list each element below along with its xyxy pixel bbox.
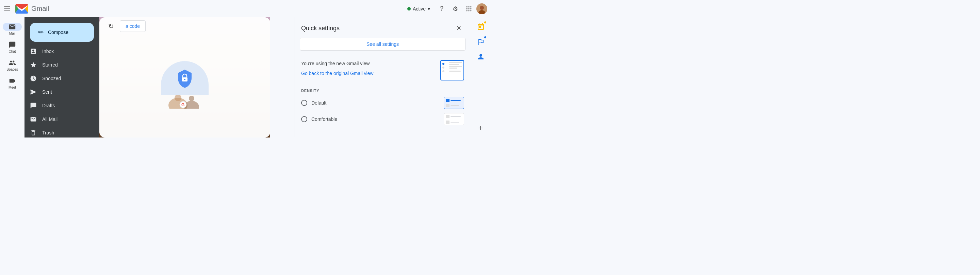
density-option-default[interactable]: Default: [301, 97, 464, 109]
sidebar-icons: Mail Chat Spaces Meet: [0, 17, 24, 138]
calendar-badge: [484, 21, 487, 24]
chat-label: Chat: [8, 49, 16, 53]
svg-point-5: [470, 8, 471, 9]
close-icon: ✕: [456, 24, 461, 32]
all-mail-label: All Mail: [42, 117, 57, 122]
avatar[interactable]: [476, 3, 487, 14]
qs-title: Quick settings: [301, 25, 340, 32]
calendar-icon: [477, 23, 485, 31]
trash-icon: [30, 130, 37, 136]
security-illustration: G: [161, 61, 208, 109]
nav-drawer: ✏ Compose Inbox Starred Snoozed: [24, 17, 99, 138]
shield-lock-icon: [175, 68, 195, 88]
drafts-icon: [30, 102, 37, 109]
status-dot: [407, 7, 411, 11]
spaces-label: Spaces: [6, 68, 18, 71]
status-chevron: ▾: [428, 6, 430, 11]
qs-density-section: DENSITY Default Comfortable: [294, 85, 471, 133]
radio-default[interactable]: [301, 100, 307, 106]
view-description-row: You're using the new Gmail view Go back …: [301, 60, 464, 81]
main-content: ↻ a code: [99, 17, 270, 138]
main-toolbar: ↻ a code: [99, 17, 270, 35]
sidebar-item-chat[interactable]: Chat: [0, 38, 24, 56]
meet-icon: [3, 77, 22, 85]
sidebar-item-spaces[interactable]: Spaces: [0, 56, 24, 74]
gmail-logo: Gmail: [15, 4, 49, 14]
trash-label: Trash: [42, 130, 54, 136]
menu-icon[interactable]: [3, 5, 11, 13]
nav-item-sent[interactable]: Sent: [24, 85, 94, 99]
starred-label: Starred: [42, 62, 58, 68]
quick-settings-panel: Quick settings ✕ See all settings You're…: [294, 17, 471, 138]
enter-code-label: a code: [126, 24, 140, 29]
nav-item-all-mail[interactable]: All Mail: [24, 112, 94, 126]
header-right: Active ▾ ? ⚙: [403, 3, 487, 15]
svg-point-4: [468, 8, 469, 9]
nav-item-starred[interactable]: Starred: [24, 58, 94, 72]
pencil-icon: ✏: [38, 28, 44, 36]
main-body: G: [99, 35, 270, 135]
sidebar-item-meet[interactable]: Meet: [0, 74, 24, 92]
svg-text:G: G: [181, 103, 185, 107]
help-icon: ?: [440, 5, 443, 12]
qs-close-button[interactable]: ✕: [453, 23, 464, 33]
compose-label: Compose: [48, 30, 68, 35]
refresh-button[interactable]: ↻: [105, 20, 117, 32]
comfortable-preview: [444, 113, 464, 125]
sent-icon: [30, 89, 37, 95]
snooze-icon: [30, 75, 37, 82]
status-label: Active: [413, 6, 426, 11]
svg-point-1: [468, 6, 469, 7]
add-app-button[interactable]: +: [474, 121, 488, 135]
contacts-button[interactable]: [474, 50, 488, 63]
all-mail-icon: [30, 116, 37, 123]
default-label: Default: [311, 100, 326, 106]
mail-icon: [3, 23, 22, 31]
avatar-image: [476, 3, 487, 14]
svg-point-7: [468, 10, 469, 11]
nav-item-inbox[interactable]: Inbox: [24, 44, 94, 58]
apps-button[interactable]: [463, 3, 475, 15]
comfortable-label: Comfortable: [311, 117, 337, 122]
help-button[interactable]: ?: [436, 3, 448, 15]
illustration-circle: [161, 61, 208, 95]
qs-view-section: You're using the new Gmail view Go back …: [294, 56, 471, 85]
preview-dot: [442, 63, 444, 65]
svg-point-0: [466, 6, 468, 7]
qs-header: Quick settings ✕: [294, 17, 471, 38]
nav-item-drafts[interactable]: Drafts: [24, 99, 94, 112]
gmail-text: Gmail: [31, 5, 49, 13]
settings-button[interactable]: ⚙: [449, 3, 461, 15]
nav-item-trash[interactable]: Trash: [24, 126, 94, 138]
view-link[interactable]: Go back to the original Gmail view: [301, 70, 436, 77]
radio-comfortable[interactable]: [301, 116, 307, 122]
svg-point-8: [470, 10, 471, 11]
calendar-button[interactable]: [474, 20, 488, 33]
enter-code-button[interactable]: a code: [120, 21, 146, 32]
svg-point-2: [470, 6, 471, 7]
density-option-comfortable[interactable]: Comfortable: [301, 113, 464, 125]
person-silhouette: G: [161, 95, 208, 109]
add-icon: +: [478, 123, 483, 133]
far-right-strip: +: [471, 17, 490, 138]
tasks-button[interactable]: [474, 35, 488, 49]
default-preview: [444, 97, 464, 109]
app-header: Gmail Active ▾ ? ⚙: [0, 0, 490, 17]
chat-icon: [3, 41, 22, 49]
see-all-settings-button[interactable]: See all settings: [300, 38, 466, 51]
sidebar-item-mail[interactable]: Mail: [0, 20, 24, 38]
header-left: Gmail: [3, 4, 49, 14]
star-icon: [30, 62, 37, 68]
svg-point-13: [184, 79, 185, 80]
nav-item-snoozed[interactable]: Snoozed: [24, 72, 94, 85]
apps-grid-icon: [466, 5, 472, 12]
gear-icon: ⚙: [453, 5, 458, 13]
mail-label: Mail: [9, 32, 15, 35]
tasks-icon: [477, 38, 485, 46]
inbox-label: Inbox: [42, 49, 54, 54]
meet-label: Meet: [8, 85, 16, 89]
drafts-label: Drafts: [42, 103, 55, 108]
compose-button[interactable]: ✏ Compose: [30, 23, 94, 42]
status-pill[interactable]: Active ▾: [403, 5, 434, 13]
snoozed-label: Snoozed: [42, 76, 61, 81]
